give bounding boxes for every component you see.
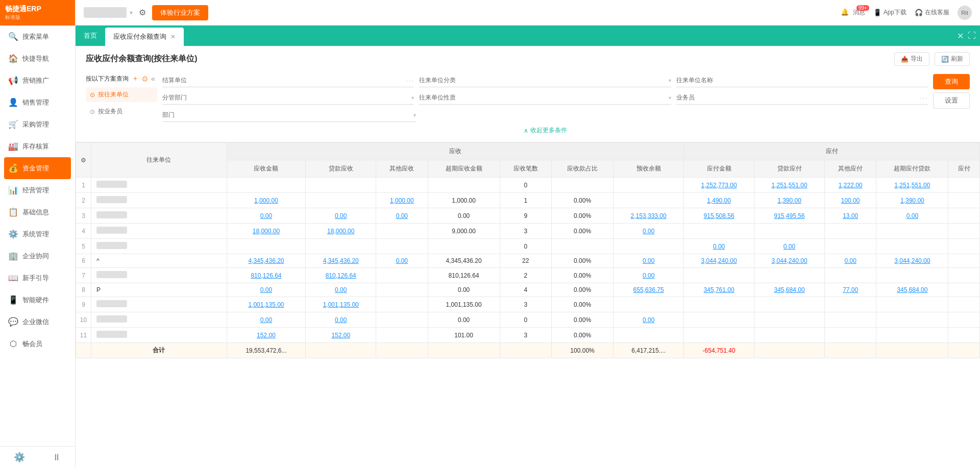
sidebar-item-sales[interactable]: 👤 销售管理 [0, 91, 75, 113]
unit-category-arrow[interactable]: ▾ [669, 78, 671, 83]
sidebar-item-label: 基础信息 [22, 208, 49, 217]
data-table: ⚙ 往来单位 应收 应付 应收金额 贷款应收 其他应收 超期应收金额 应收笔数 … [76, 142, 980, 358]
row-unit-name [91, 328, 227, 343]
footer-rcv-ratio: 100.00% [551, 343, 613, 358]
window-close-icon[interactable]: ✕ [957, 31, 964, 41]
table-row: 91,001,135.001,001,135.001,001,135.0030.… [76, 297, 980, 312]
operation-icon: 📊 [8, 185, 18, 195]
tab-receivable[interactable]: 应收应付余额查询 ✕ [105, 28, 184, 46]
collapse-left-icon[interactable]: « [151, 75, 155, 83]
footer-empty-6 [825, 343, 876, 358]
sidebar-item-label: 经营管理 [22, 186, 49, 195]
edit-icon[interactable]: ⊙ [142, 75, 148, 83]
settings-bottom-icon[interactable]: ⚙️ [14, 452, 25, 463]
refresh-btn[interactable]: 🔄 刷新 [935, 52, 970, 66]
row-unit-name [91, 239, 227, 254]
sidebar-item-member[interactable]: ⬡ 畅会员 [0, 333, 75, 355]
row-number: 6 [76, 254, 91, 268]
scheme-option-staff[interactable]: ⊙ 按业务员 [86, 104, 157, 119]
row-number: 4 [76, 224, 91, 239]
row-number: 3 [76, 208, 91, 224]
col-other-rcv: 其他应收 [376, 160, 428, 178]
filter-panel: 应收应付余额查询(按往来单位) 📤 导出 🔄 刷新 [76, 46, 980, 142]
topbar-settings-icon[interactable]: ⚙ [139, 8, 146, 17]
blurred-unit [96, 300, 127, 307]
table-row: 8P0.000.000.0040.00%655,636.75345,761.00… [76, 283, 980, 297]
sidebar-item-purchase[interactable]: 🛒 采购管理 [0, 113, 75, 135]
online-service-label: 在线客服 [925, 8, 949, 17]
col-loan-pay: 贷款应付 [754, 160, 825, 178]
blurred-unit [96, 227, 127, 234]
smart-hw-icon: 📱 [8, 295, 18, 305]
unit-nature-arrow[interactable]: ▾ [669, 95, 671, 101]
sidebar-item-operation[interactable]: 📊 经营管理 [0, 179, 75, 201]
sidebar-item-label: 新手引导 [22, 274, 49, 283]
sidebar-item-marketing[interactable]: 📢 营销推广 [0, 69, 75, 91]
tab-home-label: 首页 [84, 31, 97, 40]
row-unit-name [91, 208, 227, 224]
setting-btn[interactable]: 设置 [933, 92, 970, 109]
col-unit: 往来单位 [91, 143, 227, 178]
unit-category-field: 往来单位分类 ▾ [419, 74, 671, 87]
sidebar-item-label: 系统管理 [22, 230, 49, 239]
footer-empty-8 [948, 343, 980, 358]
settlement-dots[interactable]: ··· [406, 77, 414, 84]
sidebar-item-search-menu[interactable]: 🔍 搜索菜单 [0, 26, 75, 47]
scheme-icon: ⊙ [90, 91, 95, 98]
export-btn[interactable]: 📤 导出 [894, 52, 929, 66]
sidebar-item-enterprise-wx[interactable]: 💬 企业微信 [0, 311, 75, 333]
dept-arrow[interactable]: ▾ [413, 112, 416, 118]
col-rcv-count: 应收笔数 [500, 160, 551, 178]
unit-name-field: 往来单位名称 [676, 74, 928, 87]
tab-close-icon[interactable]: ✕ [170, 33, 176, 40]
department-label: 分管部门 [162, 93, 187, 102]
sidebar-item-enterprise[interactable]: 🏢 企业协同 [0, 245, 75, 267]
scheme-option-unit[interactable]: ⊙ 按往来单位 [86, 87, 157, 102]
col-pay-amount: 应付金额 [684, 160, 754, 178]
footer-empty-3 [428, 343, 500, 358]
breadcrumb-arrow: ▾ [130, 9, 133, 16]
app-download-label: App下载 [884, 8, 906, 17]
sidebar-item-beginner[interactable]: 📖 新手引导 [0, 267, 75, 289]
online-service[interactable]: 🎧 在线客服 [915, 8, 949, 17]
department-arrow[interactable]: ▾ [411, 95, 414, 101]
dept-field: 部门 ▾ [162, 109, 416, 122]
sidebar-item-label: 库存核算 [22, 142, 49, 151]
sidebar-item-smart-hw[interactable]: 📱 智能硬件 [0, 289, 75, 311]
sidebar-item-inventory[interactable]: 🏭 库存核算 [0, 135, 75, 157]
footer-empty-settings [76, 343, 91, 358]
col-settings[interactable]: ⚙ [76, 143, 91, 178]
notification-badge: 99+ [856, 5, 869, 11]
row-number: 10 [76, 312, 91, 328]
table-row: 30.000.000.000.0090.00%2,153,333.00915,5… [76, 208, 980, 224]
sidebar-item-system[interactable]: ⚙️ 系统管理 [0, 223, 75, 245]
col-rcv-ratio: 应收款占比 [551, 160, 613, 178]
row-unit-name: ^ [91, 254, 227, 268]
notification-wrapper[interactable]: 🔔 99+ 消息 [841, 8, 865, 17]
footer-empty-2 [376, 343, 428, 358]
table-row: 101,252,773.001,251,551.001,222.001,251,… [76, 178, 980, 193]
sidebar-item-capital[interactable]: 💰 资金管理 [4, 157, 71, 179]
add-icon[interactable]: ＋ [132, 74, 139, 83]
query-btn[interactable]: 查询 [933, 74, 970, 89]
scheme-label: 按往来单位 [98, 90, 129, 99]
table-area: ⚙ 往来单位 应收 应付 应收金额 贷款应收 其他应收 超期应收金额 应收笔数 … [76, 142, 980, 468]
app-download[interactable]: 📱 App下载 [873, 8, 906, 17]
table-row: 7810,126.64810,126.64810,126.6420.00%0.0… [76, 268, 980, 283]
sidebar-item-quick-nav[interactable]: 🏠 快捷导航 [0, 47, 75, 69]
collapse-btn[interactable]: ∧ 收起更多条件 [162, 124, 928, 137]
footer-label: 合计 [91, 343, 227, 358]
blurred-unit [96, 331, 127, 338]
blurred-unit [96, 271, 127, 278]
query-scheme: 按以下方案查询 ＋ ⊙ « ⊙ 按往来单位 ⊙ 按业务员 [86, 74, 157, 137]
col-group-payable: 应付 [684, 143, 980, 160]
query-scheme-header: 按以下方案查询 ＋ ⊙ « [86, 74, 157, 83]
sidebar-item-label: 企业微信 [22, 317, 49, 327]
user-avatar[interactable]: Rit [958, 6, 972, 20]
salesman-dots[interactable]: ··· [920, 94, 928, 102]
sidebar-item-basic-info[interactable]: 📋 基础信息 [0, 201, 75, 223]
trial-btn[interactable]: 体验行业方案 [152, 5, 208, 20]
tab-home[interactable]: 首页 [76, 26, 105, 46]
window-expand-icon[interactable]: ⛶ [968, 31, 976, 40]
collapse-icon[interactable]: ⏸ [52, 452, 61, 463]
